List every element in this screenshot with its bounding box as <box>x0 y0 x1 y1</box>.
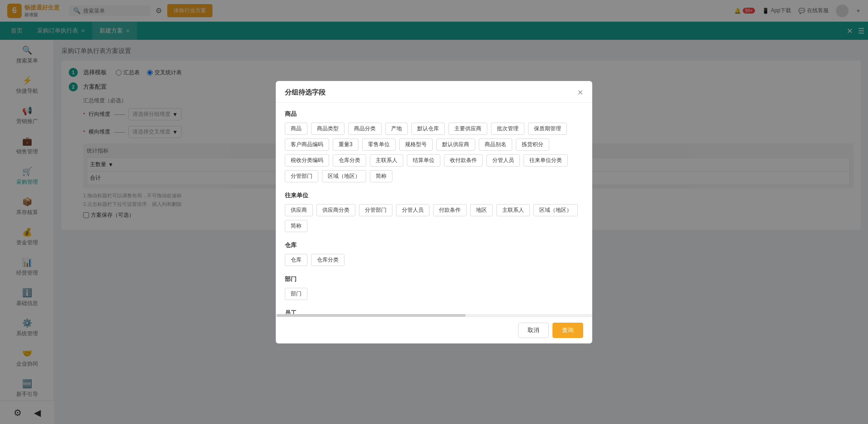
tag-goods-3[interactable]: 商品分类 <box>348 123 382 135</box>
modal-overlay: 分组待选字段 ✕ 商品 商品 商品类型 商品分类 产地 默认仓库 主要供应商 批… <box>0 0 868 424</box>
modal-close-btn[interactable]: ✕ <box>577 88 583 97</box>
tag-partner-9[interactable]: 简称 <box>285 220 307 232</box>
tag-goods-10[interactable]: 重量3 <box>333 138 359 151</box>
modal-title: 分组待选字段 <box>285 88 326 97</box>
tag-goods-8[interactable]: 保质期管理 <box>528 123 567 135</box>
section-dept-title: 部门 <box>285 275 583 283</box>
tag-partner-8[interactable]: 区域（地区） <box>533 204 578 216</box>
tag-partner-5[interactable]: 付款条件 <box>433 204 467 216</box>
tag-warehouse-2[interactable]: 仓库分类 <box>311 254 344 266</box>
tag-partner-2[interactable]: 供应商分类 <box>316 204 355 216</box>
tag-goods-1[interactable]: 商品 <box>285 123 307 135</box>
tag-goods-18[interactable]: 主联系人 <box>370 154 403 167</box>
tag-goods-24[interactable]: 区域（地区） <box>322 170 366 182</box>
tag-goods-7[interactable]: 批次管理 <box>491 123 524 135</box>
tag-warehouse-1[interactable]: 仓库 <box>285 254 307 266</box>
tag-goods-14[interactable]: 商品别名 <box>479 138 512 151</box>
tag-partner-7[interactable]: 主联系人 <box>496 204 530 216</box>
tag-goods-16[interactable]: 税收分类编码 <box>285 154 329 167</box>
tag-goods-23[interactable]: 分管部门 <box>285 170 318 182</box>
tag-goods-5[interactable]: 默认仓库 <box>411 123 445 135</box>
field-select-modal: 分组待选字段 ✕ 商品 商品 商品类型 商品分类 产地 默认仓库 主要供应商 批… <box>276 81 592 343</box>
section-goods: 商品 商品 商品类型 商品分类 产地 默认仓库 主要供应商 批次管理 保质期管理… <box>285 110 583 182</box>
section-goods-title: 商品 <box>285 110 583 118</box>
section-emp-title: 员工 <box>285 309 583 314</box>
tag-goods-6[interactable]: 主要供应商 <box>448 123 487 135</box>
section-partner-title: 往来单位 <box>285 191 583 200</box>
goods-tags: 商品 商品类型 商品分类 产地 默认仓库 主要供应商 批次管理 保质期管理 客户… <box>285 123 583 182</box>
modal-cancel-btn[interactable]: 取消 <box>518 323 549 338</box>
section-warehouse-title: 仓库 <box>285 241 583 249</box>
tag-goods-20[interactable]: 收付款条件 <box>444 154 483 167</box>
tag-goods-17[interactable]: 仓库分类 <box>333 154 366 167</box>
section-department: 部门 部门 <box>285 275 583 300</box>
modal-header: 分组待选字段 ✕ <box>276 81 592 103</box>
section-warehouse: 仓库 仓库 仓库分类 <box>285 241 583 266</box>
modal-footer: 取消 查询 <box>276 317 592 343</box>
modal-confirm-btn[interactable]: 查询 <box>552 323 583 338</box>
tag-goods-2[interactable]: 商品类型 <box>311 123 344 135</box>
tag-partner-4[interactable]: 分管人员 <box>396 204 429 216</box>
tag-goods-19[interactable]: 结算单位 <box>407 154 440 167</box>
partner-tags: 供应商 供应商分类 分管部门 分管人员 付款条件 地区 主联系人 区域（地区） … <box>285 204 583 232</box>
tag-goods-4[interactable]: 产地 <box>385 123 408 135</box>
modal-body[interactable]: 商品 商品 商品类型 商品分类 产地 默认仓库 主要供应商 批次管理 保质期管理… <box>276 103 592 314</box>
tag-goods-9[interactable]: 客户商品编码 <box>285 138 329 151</box>
dept-tags: 部门 <box>285 288 583 300</box>
warehouse-tags: 仓库 仓库分类 <box>285 254 583 266</box>
tag-goods-22[interactable]: 往来单位分类 <box>524 154 568 167</box>
tag-goods-21[interactable]: 分管人员 <box>486 154 520 167</box>
section-employee: 员工 业务员 <box>285 309 583 314</box>
section-partner: 往来单位 供应商 供应商分类 分管部门 分管人员 付款条件 地区 主联系人 区域… <box>285 191 583 232</box>
tag-goods-11[interactable]: 零售单位 <box>362 138 396 151</box>
tag-partner-6[interactable]: 地区 <box>470 204 493 216</box>
tag-partner-1[interactable]: 供应商 <box>285 204 313 216</box>
tag-partner-3[interactable]: 分管部门 <box>359 204 392 216</box>
tag-goods-13[interactable]: 默认供应商 <box>436 138 475 151</box>
tag-goods-15[interactable]: 拣货积分 <box>516 138 549 151</box>
tag-dept-1[interactable]: 部门 <box>285 288 307 300</box>
tag-goods-12[interactable]: 规格型号 <box>399 138 433 151</box>
tag-goods-25[interactable]: 简称 <box>370 170 392 182</box>
